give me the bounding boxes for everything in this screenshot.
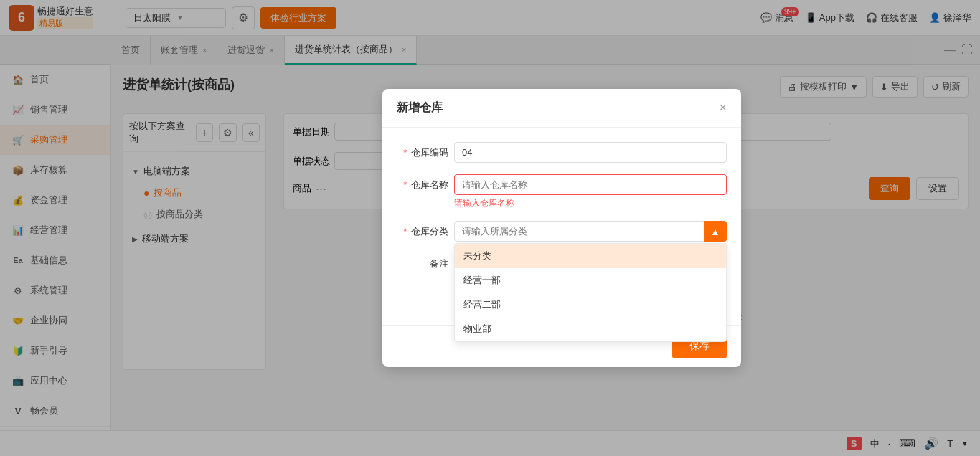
category-required-mark: * (403, 226, 407, 237)
form-row-category: * 仓库分类 ▲ 未分类 经营一部 经营二部 物业部 (397, 221, 727, 242)
form-row-name: * 仓库名称 请输入仓库名称 (397, 174, 727, 209)
category-dropdown-list: 未分类 经营一部 经营二部 物业部 (454, 243, 727, 342)
code-input[interactable] (454, 142, 727, 163)
name-field: 请输入仓库名称 (454, 174, 727, 209)
category-dropdown-arrow[interactable]: ▲ (704, 221, 727, 242)
dropdown-item-dept1[interactable]: 经营一部 (455, 268, 726, 293)
dropdown-item-dept3[interactable]: 物业部 (455, 317, 726, 341)
code-field (454, 142, 727, 163)
note-label: 备注 (397, 253, 454, 270)
category-input[interactable] (454, 221, 727, 242)
name-input[interactable] (454, 174, 727, 195)
dialog-close-icon[interactable]: × (719, 100, 727, 115)
name-error-msg: 请输入仓库名称 (454, 197, 727, 209)
name-label: * 仓库名称 (397, 174, 454, 191)
category-label: * 仓库分类 (397, 221, 454, 238)
dropdown-item-dept2[interactable]: 经营二部 (455, 293, 726, 317)
dialog-body: * 仓库编码 * 仓库名称 请输入仓库名称 * 仓库分类 (382, 128, 741, 325)
category-field: ▲ 未分类 经营一部 经营二部 物业部 (454, 221, 727, 242)
dialog-title: 新增仓库 (397, 100, 443, 115)
name-required-mark: * (403, 179, 407, 190)
dialog-header: 新增仓库 × (382, 89, 741, 128)
required-mark: * (403, 147, 407, 158)
dropdown-item-unclassified[interactable]: 未分类 (455, 244, 726, 268)
code-label: * 仓库编码 (397, 142, 454, 159)
form-row-code: * 仓库编码 (397, 142, 727, 163)
add-warehouse-dialog: 新增仓库 × * 仓库编码 * 仓库名称 请输入仓库名称 (382, 89, 741, 367)
